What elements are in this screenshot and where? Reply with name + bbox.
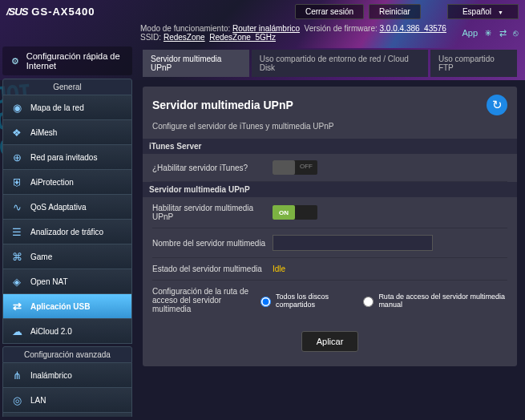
- nav-guest[interactable]: ⊕Red para invitados: [2, 145, 132, 170]
- nav-label: Game: [30, 252, 52, 261]
- ssid-label: SSID:: [140, 33, 161, 42]
- nav-label: Red para invitados: [30, 153, 97, 162]
- cloud-icon: ☁: [10, 324, 24, 338]
- link-icon[interactable]: ⎋: [513, 28, 519, 38]
- ssid1-link[interactable]: RedesZone: [164, 33, 205, 42]
- nav-label: QoS Adaptativa: [30, 203, 87, 212]
- nav-game[interactable]: ⌘Game: [2, 244, 132, 269]
- fw-link[interactable]: 3.0.0.4.386_43576: [380, 24, 446, 33]
- lan-icon: ◎: [10, 393, 24, 407]
- fw-label: Versión de firmware:: [305, 24, 378, 33]
- tab-upnp[interactable]: Servidor multimedia UPnP: [143, 50, 249, 77]
- nat-icon: ◈: [10, 274, 24, 289]
- nav-label: AiMesh: [30, 128, 57, 137]
- nav-label: Analizador de tráfico: [30, 228, 103, 236]
- nav-qos[interactable]: ∿QoS Adaptativa: [2, 195, 132, 220]
- mesh-icon: ❖: [10, 125, 24, 139]
- panel-subtitle: Configure el servidor de iTunes y multim…: [152, 122, 507, 131]
- app-label[interactable]: App: [462, 28, 478, 38]
- nav-traffic[interactable]: ☰Analizador de tráfico: [2, 220, 132, 244]
- server-status-value: Idle: [273, 265, 507, 273]
- usb-status-icon[interactable]: ⇄: [499, 28, 507, 38]
- mode-label: Modo de funcionamiento:: [140, 24, 230, 33]
- users-icon[interactable]: ⛯: [484, 28, 493, 38]
- nav-network-map[interactable]: ◉Mapa de la red: [2, 95, 132, 120]
- nav-aiprotection[interactable]: ⛨AiProtection: [2, 170, 132, 195]
- tab-network-share[interactable]: Uso compartido de entorno de red / Cloud…: [252, 50, 428, 77]
- radio-all-label: Todos los discos compartidos: [276, 293, 354, 309]
- radio-manual-label: Ruta de acceso del servidor multimedia m…: [378, 293, 507, 309]
- nav-usb-app[interactable]: ⇄Aplicación USB: [2, 294, 132, 319]
- guest-icon: ⊕: [10, 150, 24, 164]
- radio-all-disks[interactable]: Todos los discos compartidos: [256, 293, 354, 309]
- section-general: General: [2, 79, 132, 95]
- logout-button[interactable]: Cerrar sesión: [295, 4, 364, 19]
- panel-title: Servidor multimedia UPnP: [152, 99, 293, 111]
- usb-icon: ⇄: [10, 299, 24, 313]
- group-upnp: Servidor multimedia UPnP: [143, 182, 517, 197]
- label-server-name: Nombre del servidor multimedia: [152, 239, 273, 248]
- server-name-input[interactable]: [273, 235, 433, 251]
- toggle-on-label: ON: [273, 205, 295, 220]
- globe-icon: ◉: [10, 100, 24, 115]
- reboot-button[interactable]: Reiniciar: [369, 4, 421, 19]
- radio-manual-path[interactable]: Ruta de acceso del servidor multimedia m…: [359, 293, 507, 309]
- apply-button[interactable]: Aplicar: [301, 331, 359, 352]
- ssid2-link[interactable]: RedesZone_5GHz: [209, 33, 276, 42]
- nav-label: Inalámbrico: [30, 371, 72, 380]
- group-itunes: iTunes Server: [143, 139, 517, 154]
- section-advanced: Configuración avanzada: [2, 346, 132, 363]
- mode-link[interactable]: Router inalámbrico: [232, 24, 300, 33]
- refresh-button[interactable]: ↻: [487, 95, 507, 115]
- nav-wireless[interactable]: ⋔Inalámbrico: [2, 363, 132, 388]
- tab-ftp[interactable]: Uso compartido FTP: [430, 50, 517, 77]
- nav-label: Open NAT: [30, 277, 68, 286]
- bars-icon: ☰: [10, 224, 24, 239]
- nav-wan[interactable]: ◉WAN: [2, 413, 132, 417]
- quick-setup-button[interactable]: ⚙ Configuración rápida de Internet: [2, 46, 132, 75]
- nav-label: AiProtection: [30, 178, 74, 187]
- nav-aimesh[interactable]: ❖AiMesh: [2, 120, 132, 145]
- brand-logo: /SUS: [6, 6, 27, 18]
- toggle-itunes[interactable]: OFF: [273, 160, 317, 175]
- nav-lan[interactable]: ◎LAN: [2, 388, 132, 413]
- toggle-upnp[interactable]: ON: [273, 205, 317, 220]
- gamepad-icon: ⌘: [10, 249, 24, 264]
- model-name: GS-AX5400: [31, 6, 95, 18]
- label-path-config: Configuración de la ruta de acceso del s…: [152, 287, 256, 313]
- quick-setup-label: Configuración rápida de Internet: [26, 51, 126, 71]
- nav-label: LAN: [30, 396, 46, 405]
- label-server-status: Estado del servidor multimedia: [152, 265, 273, 273]
- label-enable-itunes: ¿Habilitar servidor iTunes?: [152, 164, 273, 172]
- antenna-icon: ⋔: [10, 368, 24, 382]
- wave-icon: ∿: [10, 200, 24, 214]
- nav-label: Aplicación USB: [30, 302, 90, 311]
- language-selector[interactable]: Español: [447, 4, 519, 19]
- nav-opennat[interactable]: ◈Open NAT: [2, 269, 132, 294]
- nav-aicloud[interactable]: ☁AiCloud 2.0: [2, 319, 132, 344]
- nav-label: AiCloud 2.0: [30, 327, 72, 336]
- label-enable-upnp: Habilitar servidor multimedia UPnP: [152, 204, 273, 221]
- shield-icon: ⛨: [10, 175, 24, 189]
- gear-icon: ⚙: [9, 53, 22, 69]
- toggle-off-label: OFF: [300, 163, 313, 170]
- nav-label: Mapa de la red: [30, 103, 84, 112]
